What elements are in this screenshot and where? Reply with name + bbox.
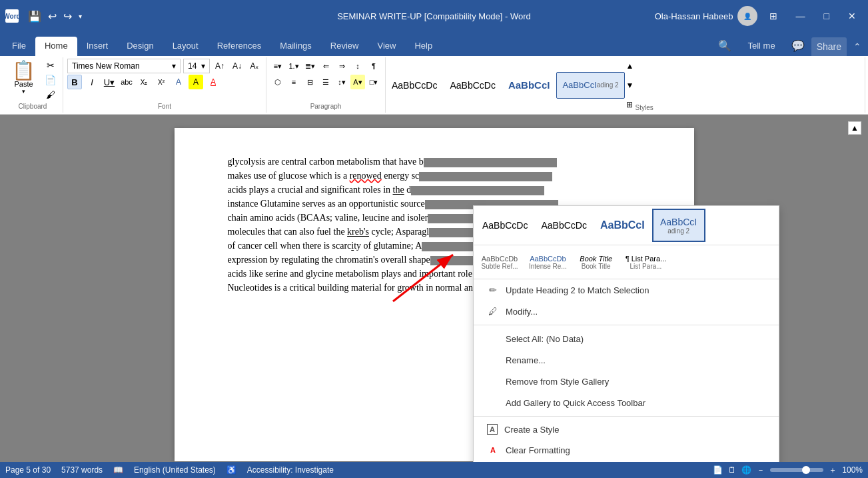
accessibility-label[interactable]: Accessibility: Investigate [247,465,334,475]
intense-ref-preview: AaBbCcDb [530,255,566,263]
context-style-nospacing[interactable]: AaBbCcDc [535,209,592,242]
multilevel-list-button[interactable]: ≣▾ [302,59,317,73]
bullets-button[interactable]: ≡▾ [270,59,285,73]
shading-button[interactable]: A▾ [350,75,365,89]
select-all-item[interactable]: Select All: (No Data) [474,328,779,349]
comments-icon[interactable]: 💬 [785,35,811,56]
update-heading2-item[interactable]: ✏ Update Heading 2 to Match Selection [474,279,779,301]
style-no-spacing[interactable]: AaBbCcDc [444,72,501,99]
add-toolbar-item[interactable]: Add Gallery to Quick Access Toolbar [474,392,779,413]
tab-insert[interactable]: Insert [77,37,118,56]
justify-button[interactable]: ☰ [318,75,333,89]
borders-button[interactable]: □▾ [366,75,381,89]
strikethrough-button[interactable]: abc [119,75,134,89]
search-icon[interactable]: 🔍 [711,35,738,56]
language-label[interactable]: English (United States) [134,465,216,475]
page-info[interactable]: Page 5 of 30 [5,465,51,475]
share-button[interactable]: Share [811,37,847,56]
word-count[interactable]: 5737 words [61,465,103,475]
copy-button[interactable]: 📄 [42,73,59,87]
paste-button[interactable]: 📋 Paste ▾ [7,59,41,97]
rename-item[interactable]: Rename... [474,349,779,371]
font-color-button[interactable]: A [206,75,220,89]
styles-scroll-up[interactable]: ▲ [626,61,634,71]
customize-quick-access-button[interactable]: ▾ [77,11,83,21]
context-style-book-title[interactable]: Book Title Book Title [573,248,620,276]
titlebar-right: Ola-Hassan Habeeb 👤 ⊞ — □ ✕ [655,6,863,26]
context-style-h2-selected[interactable]: AaBbCcI ading 2 [652,209,705,242]
redo-button[interactable]: ↪ [62,9,73,24]
align-left-button[interactable]: ⬡ [270,75,285,89]
restore-button[interactable]: ⊞ [763,8,784,24]
sort-button[interactable]: ↕ [350,59,365,73]
create-style-item[interactable]: A Create a Style [474,419,779,439]
subscript-button[interactable]: X₂ [137,75,151,89]
tab-review[interactable]: Review [321,37,368,56]
undo-button[interactable]: ↩ [47,9,58,24]
bold-button[interactable]: B [67,75,82,89]
tab-help[interactable]: Help [405,37,442,56]
zoom-out-button[interactable]: － [757,465,765,476]
tab-references[interactable]: References [208,37,270,56]
line-spacing-button[interactable]: ↕▾ [334,75,349,89]
styles-expand-button[interactable]: ⊞ [626,100,634,109]
superscript-button[interactable]: X² [154,75,169,89]
scroll-up-button[interactable]: ▲ [848,121,861,135]
decrease-font-size-button[interactable]: A↓ [230,59,244,73]
numbering-button[interactable]: 1.▾ [286,59,301,73]
font-name-selector[interactable]: Times New Roman ▾ [67,59,181,73]
show-formatting-button[interactable]: ¶ [366,59,381,73]
tab-home[interactable]: Home [35,37,77,56]
increase-indent-button[interactable]: ⇒ [334,59,349,73]
styles-scroll-down[interactable]: ▼ [626,81,634,90]
clear-formatting-small-button[interactable]: Aₓ [247,59,262,73]
tab-design[interactable]: Design [117,37,163,56]
tab-file[interactable]: File [3,37,35,56]
maximize-button[interactable]: □ [817,8,836,24]
zoom-level[interactable]: 100% [842,465,863,475]
context-style-subtle-ref[interactable]: AaBbCcDb Subtle Ref... [476,248,523,276]
italic-button[interactable]: I [85,75,99,89]
paragraph-group-content: ≡▾ 1.▾ ≣▾ ⇐ ⇒ ↕ ¶ ⬡ ≡ ⊟ ☰ ↕▾ A▾ □▾ [270,59,381,101]
context-style-list-para[interactable]: ¶ List Para... List Para... [621,248,671,276]
context-normal-preview: AaBbCcDc [482,220,528,231]
style-heading2[interactable]: AaBbCcI ading 2 [556,72,624,99]
font-size-selector[interactable]: 14 ▾ [183,59,210,73]
font-size-dropdown-icon[interactable]: ▾ [201,61,205,71]
remove-gallery-item[interactable]: Remove from Style Gallery [474,371,779,392]
ribbon-collapse-button[interactable]: ⌃ [847,37,868,56]
modify-item[interactable]: 🖊 Modify... [474,301,779,322]
tab-tell-me[interactable]: Tell me [738,37,784,56]
context-style-normal[interactable]: AaBbCcDc [476,209,534,242]
tab-mailings[interactable]: Mailings [270,37,321,56]
align-center-button[interactable]: ≡ [286,75,301,89]
web-view-icon[interactable]: 🌐 [741,465,751,475]
zoom-slider[interactable] [770,468,823,472]
format-painter-button[interactable]: 🖌 [42,88,59,101]
increase-font-size-button[interactable]: A↑ [213,59,227,73]
close-button[interactable]: ✕ [841,8,863,24]
font-name-dropdown-icon[interactable]: ▾ [172,61,176,71]
align-right-button[interactable]: ⊟ [302,75,317,89]
decrease-indent-button[interactable]: ⇐ [318,59,333,73]
style-heading1[interactable]: AaBbCcI [502,72,556,99]
apply-styles-item[interactable]: A Apply Styles... [474,461,779,462]
context-style-intense-ref[interactable]: AaBbCcDb Intense Re... [524,248,572,276]
context-style-h1[interactable]: AaBbCcI [594,209,651,242]
text-effects-button[interactable]: A [171,75,186,89]
tab-layout[interactable]: Layout [163,37,208,56]
zoom-in-button[interactable]: ＋ [829,465,837,476]
cut-button[interactable]: ✂ [42,59,59,72]
underline-button[interactable]: U▾ [102,75,117,89]
clear-formatting-item[interactable]: A Clear Formatting [474,439,779,461]
tab-view[interactable]: View [368,37,405,56]
style-normal[interactable]: AaBbCcDc [386,72,443,99]
save-button[interactable]: 💾 [27,9,43,24]
rename-icon [487,354,499,366]
statusbar-right: 📄 🗒 🌐 － ＋ 100% [713,465,863,476]
read-mode-icon[interactable]: 📄 [713,465,723,475]
text-highlight-button[interactable]: A [189,75,203,89]
minimize-button[interactable]: — [789,8,812,24]
paste-dropdown-icon[interactable]: ▾ [22,88,25,95]
print-layout-icon[interactable]: 🗒 [728,465,736,475]
